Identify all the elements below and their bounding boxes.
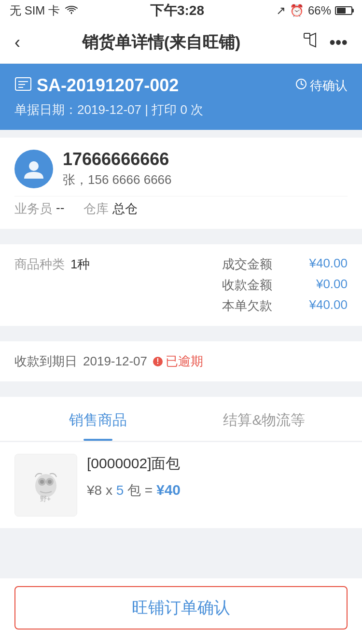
carrier-text: 无 SIM 卡: [10, 3, 60, 18]
tab-settlement[interactable]: 结算&物流等: [181, 397, 348, 441]
tabs-container: 销售商品 结算&物流等: [0, 397, 362, 441]
transaction-label: 成交金额: [222, 256, 272, 273]
product-card: 野+ [0000002]面包 ¥8 x 5 包 = ¥40: [0, 442, 362, 528]
share-icon[interactable]: [302, 31, 320, 53]
product-image: 野+: [14, 454, 77, 517]
divider-1: [0, 229, 362, 237]
clock-icon: [295, 78, 307, 93]
status-time: 下午3:28: [150, 1, 204, 20]
svg-point-12: [40, 480, 44, 484]
transaction-value: ¥40.00: [309, 256, 348, 273]
svg-point-13: [48, 480, 52, 484]
balance-value: ¥40.00: [309, 297, 348, 314]
overdue-warning-icon: !: [153, 357, 163, 366]
svg-point-9: [35, 474, 56, 497]
wifi-icon: [65, 4, 78, 17]
customer-name: 张，156 6666 6666: [63, 171, 172, 188]
overdue-badge: ! 已逾期: [153, 353, 203, 370]
product-total: ¥40: [156, 482, 181, 498]
due-date-label: 收款到期日: [14, 353, 77, 370]
product-type-count: 1种: [70, 256, 90, 273]
status-left: 无 SIM 卡: [10, 3, 78, 18]
warehouse-value: 总仓: [112, 200, 138, 217]
order-id: SA-20191207-002: [14, 75, 179, 96]
balance-label: 本单欠款: [222, 297, 272, 314]
equals-symbol: =: [145, 483, 156, 498]
summary-card: 商品种类 1种 成交金额 ¥40.00 收款金额 ¥0.00 本单欠款 ¥40.…: [0, 244, 362, 326]
salesperson-value: --: [56, 200, 64, 217]
warehouse-info: 仓库 总仓: [84, 200, 138, 217]
product-type-label: 商品种类: [14, 256, 65, 273]
payment-amount-row: 收款金额 ¥0.00: [222, 277, 348, 294]
status-bar: 无 SIM 卡 下午3:28 ↗ ⏰ 66%: [0, 0, 362, 21]
price-unit: ¥8: [87, 483, 102, 498]
product-unit: 包: [127, 483, 141, 498]
order-icon: [14, 75, 32, 96]
salesperson-info: 业务员 --: [14, 200, 64, 217]
svg-line-7: [301, 84, 303, 85]
svg-point-8: [29, 161, 39, 171]
bottom-bar: 旺铺订单确认: [0, 578, 362, 644]
customer-info: 17666666666 张，156 6666 6666: [63, 149, 172, 188]
product-name: [0000002]面包: [87, 454, 348, 474]
page-title: 销货单详情(来自旺铺): [82, 31, 241, 54]
product-quantity: 5: [116, 483, 124, 498]
product-info: [0000002]面包 ¥8 x 5 包 = ¥40: [87, 454, 348, 500]
tab-products[interactable]: 销售商品: [14, 397, 181, 441]
nav-bar: ‹ 销货单详情(来自旺铺) •••: [0, 21, 362, 64]
location-icon: ↗: [276, 4, 286, 17]
product-price: ¥8 x 5 包 = ¥40: [87, 481, 348, 500]
status-right: ↗ ⏰ 66%: [276, 4, 352, 17]
divider-2: [0, 326, 362, 334]
svg-text:野+: 野+: [40, 495, 51, 502]
divider-3: [0, 381, 362, 389]
salesperson-label: 业务员: [14, 200, 52, 217]
warehouse-label: 仓库: [84, 200, 109, 217]
order-header: SA-20191207-002 待确认 单据日期：2019-12-07 | 打印…: [0, 64, 362, 130]
balance-row: 本单欠款 ¥40.00: [222, 297, 348, 314]
svg-rect-0: [304, 33, 310, 38]
customer-card: 17666666666 张，156 6666 6666 业务员 -- 仓库 总仓: [0, 138, 362, 229]
overdue-label: 已逾期: [166, 353, 203, 370]
alarm-icon: ⏰: [290, 4, 304, 17]
battery-icon: [335, 6, 352, 15]
due-date-card: 收款到期日 2019-12-07 ! 已逾期: [0, 341, 362, 381]
product-owl-icon: 野+: [27, 463, 65, 507]
order-date: 单据日期：2019-12-07 | 打印 0 次: [14, 101, 348, 118]
transaction-amount-row: 成交金额 ¥40.00: [222, 256, 348, 273]
avatar: [14, 150, 53, 188]
due-date-value: 2019-12-07: [83, 354, 147, 369]
tabs: 销售商品 结算&物流等: [0, 397, 362, 441]
nav-actions: •••: [302, 31, 348, 53]
multiply-symbol: x: [106, 483, 116, 498]
battery-text: 66%: [308, 4, 331, 17]
payment-label: 收款金额: [222, 277, 272, 294]
order-status: 待确认: [295, 77, 348, 94]
amount-info: 成交金额 ¥40.00 收款金额 ¥0.00 本单欠款 ¥40.00: [181, 256, 348, 314]
more-icon[interactable]: •••: [329, 32, 348, 53]
product-type-info: 商品种类 1种: [14, 256, 181, 273]
back-button[interactable]: ‹: [14, 32, 20, 53]
confirm-button[interactable]: 旺铺订单确认: [14, 586, 348, 630]
customer-phone: 17666666666: [63, 149, 172, 169]
payment-value: ¥0.00: [316, 277, 348, 294]
